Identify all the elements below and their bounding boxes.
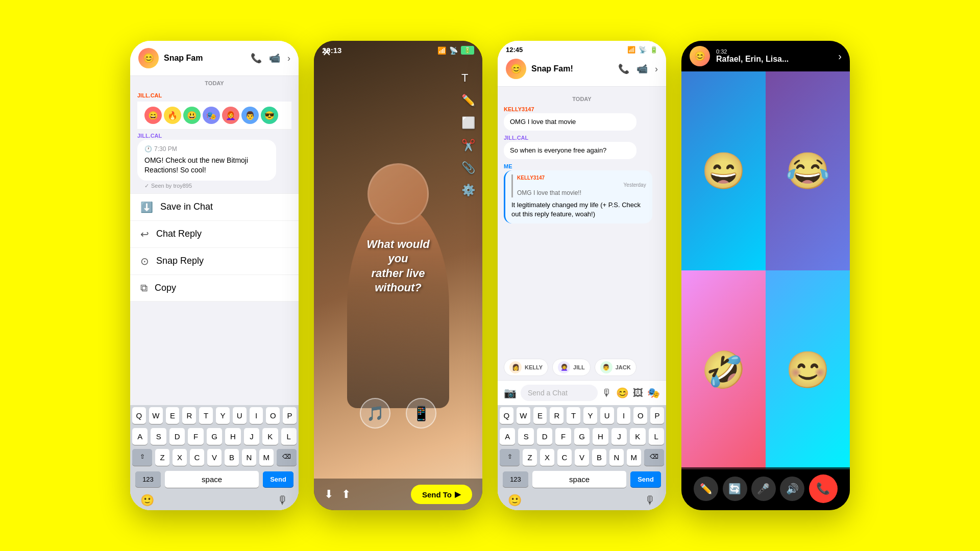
- snap-reply-item[interactable]: ⊙ Snap Reply: [130, 248, 299, 275]
- key3-m[interactable]: M: [627, 449, 641, 466]
- mic-key-3[interactable]: 🎙: [645, 494, 656, 507]
- shift-key[interactable]: ⇧: [132, 449, 152, 466]
- key3-z[interactable]: Z: [523, 449, 537, 466]
- mic-icon-3[interactable]: 🎙: [602, 387, 612, 399]
- key-a[interactable]: A: [132, 428, 148, 445]
- key-q[interactable]: Q: [132, 407, 146, 424]
- key3-v[interactable]: V: [575, 449, 589, 466]
- key3-n[interactable]: N: [609, 449, 624, 466]
- share-icon[interactable]: ⬆: [341, 488, 351, 501]
- key-d[interactable]: D: [169, 428, 185, 445]
- key-c[interactable]: C: [190, 449, 204, 466]
- rotate-ctrl-btn[interactable]: 🔄: [723, 477, 747, 501]
- scissors-tool[interactable]: ✂️: [461, 139, 475, 152]
- key-j[interactable]: J: [244, 428, 259, 445]
- bitmoji-icon[interactable]: 🎭: [647, 387, 660, 399]
- edit-ctrl-btn[interactable]: ✏️: [694, 477, 718, 501]
- key3-r[interactable]: R: [550, 407, 564, 424]
- key-e[interactable]: E: [166, 407, 180, 424]
- key-y[interactable]: Y: [216, 407, 230, 424]
- settings-tool[interactable]: ⚙️: [461, 184, 475, 197]
- key3-j[interactable]: J: [611, 428, 627, 445]
- key-v[interactable]: V: [207, 449, 222, 466]
- backspace-key-3[interactable]: ⌫: [644, 449, 664, 466]
- attach-tool[interactable]: 📎: [461, 161, 475, 174]
- key-g[interactable]: G: [207, 428, 222, 445]
- key3-e[interactable]: E: [533, 407, 547, 424]
- key3-u[interactable]: U: [600, 407, 614, 424]
- chat-reply-item[interactable]: ↩ Chat Reply: [130, 221, 299, 248]
- space-key[interactable]: space: [165, 471, 259, 488]
- num-key[interactable]: 123: [135, 471, 161, 487]
- emoji-key[interactable]: 🙂: [140, 494, 154, 507]
- download-icon[interactable]: ⬇: [324, 488, 333, 501]
- num-key-3[interactable]: 123: [503, 471, 528, 487]
- mic-key[interactable]: 🎙: [277, 494, 288, 507]
- key3-b[interactable]: B: [592, 449, 606, 466]
- key3-h[interactable]: H: [593, 428, 608, 445]
- key-x[interactable]: X: [173, 449, 187, 466]
- send-key-3[interactable]: Send: [630, 471, 661, 487]
- send-key[interactable]: Send: [263, 471, 293, 487]
- key3-f[interactable]: F: [555, 428, 571, 445]
- key3-d[interactable]: D: [537, 428, 552, 445]
- key-s[interactable]: S: [151, 428, 166, 445]
- key-f[interactable]: F: [188, 428, 203, 445]
- key-i[interactable]: I: [250, 407, 263, 424]
- video-icon-3[interactable]: 📹: [636, 63, 648, 74]
- key3-o[interactable]: O: [633, 407, 647, 424]
- save-in-chat-item[interactable]: ⬇️ Save in Chat: [130, 194, 299, 221]
- emoji-key-3[interactable]: 🙂: [508, 494, 522, 507]
- choice-music[interactable]: 🎵: [360, 398, 390, 429]
- shift-key-3[interactable]: ⇧: [500, 449, 520, 466]
- space-key-3[interactable]: space: [532, 471, 626, 488]
- choice-phone[interactable]: 📱: [406, 398, 436, 429]
- key3-s[interactable]: S: [518, 428, 533, 445]
- key-o[interactable]: O: [266, 407, 280, 424]
- key3-p[interactable]: P: [650, 407, 664, 424]
- key3-i[interactable]: I: [617, 407, 631, 424]
- key-w[interactable]: W: [149, 407, 163, 424]
- emoji-icon-3[interactable]: 😊: [616, 387, 629, 399]
- backspace-key[interactable]: ⌫: [277, 449, 297, 466]
- text-tool[interactable]: T: [461, 71, 475, 85]
- snap-close-button[interactable]: ✕: [322, 46, 331, 59]
- key3-x[interactable]: X: [540, 449, 554, 466]
- call-next-icon[interactable]: ›: [838, 51, 842, 62]
- key3-c[interactable]: C: [557, 449, 572, 466]
- end-call-btn[interactable]: 📞: [809, 474, 838, 503]
- camera-icon[interactable]: 📷: [504, 387, 517, 399]
- key-h[interactable]: H: [225, 428, 240, 445]
- key-k[interactable]: K: [262, 428, 278, 445]
- key-l[interactable]: L: [281, 428, 297, 445]
- send-to-button[interactable]: Send To ▶: [411, 485, 472, 504]
- key-r[interactable]: R: [182, 407, 196, 424]
- draw-tool[interactable]: ✏️: [461, 94, 475, 107]
- key-u[interactable]: U: [233, 407, 247, 424]
- speaker-ctrl-btn[interactable]: 🔊: [780, 477, 804, 501]
- phone-icon-3[interactable]: 📞: [618, 63, 629, 74]
- key-z[interactable]: Z: [155, 449, 169, 466]
- key-n[interactable]: N: [242, 449, 256, 466]
- key-b[interactable]: B: [225, 449, 239, 466]
- key3-w[interactable]: W: [517, 407, 530, 424]
- key3-g[interactable]: G: [574, 428, 590, 445]
- key-t[interactable]: T: [199, 407, 213, 424]
- key3-y[interactable]: Y: [583, 407, 597, 424]
- key3-q[interactable]: Q: [500, 407, 513, 424]
- chat-input[interactable]: Send a Chat: [521, 385, 598, 401]
- mute-ctrl-btn[interactable]: 🎤: [751, 477, 776, 501]
- key3-t[interactable]: T: [567, 407, 580, 424]
- copy-item[interactable]: ⧉ Copy: [130, 275, 299, 302]
- key3-k[interactable]: K: [630, 428, 645, 445]
- sticker-icon-3[interactable]: 🖼: [633, 387, 643, 399]
- next-icon-3[interactable]: ›: [655, 64, 658, 74]
- key-p[interactable]: P: [283, 407, 297, 424]
- video-icon[interactable]: 📹: [269, 53, 280, 64]
- sticker-tool[interactable]: ⬜: [461, 116, 475, 130]
- key3-l[interactable]: L: [649, 428, 664, 445]
- key3-a[interactable]: A: [500, 428, 515, 445]
- phone-icon[interactable]: 📞: [251, 53, 262, 64]
- next-icon[interactable]: ›: [287, 53, 290, 64]
- key-m[interactable]: M: [259, 449, 274, 466]
